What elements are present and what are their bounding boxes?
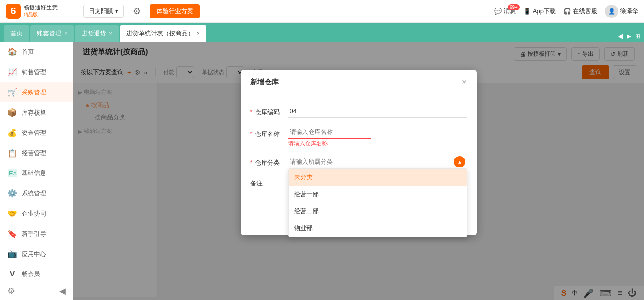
sidebar-item-finance[interactable]: 💰 资金管理 (0, 123, 73, 143)
category-label: * 仓库分类 (250, 155, 288, 167)
tab-purchase-stats-close[interactable]: × (197, 30, 200, 37)
required-marker3: * (250, 159, 253, 166)
sidebar-item-member[interactable]: V 畅会员 (0, 264, 73, 284)
avatar: 👤 (605, 5, 618, 18)
sales-icon: 📈 (8, 67, 17, 76)
collapse-icon[interactable]: ◀ (59, 286, 66, 296)
modal-dialog: 新增仓库 × * 仓库编码 (241, 70, 477, 235)
guide-icon: 🔖 (8, 229, 17, 238)
purchase-icon: 🛒 (8, 88, 17, 97)
sidebar-item-operations-label: 经营管理 (22, 149, 46, 158)
messages-badge: 99+ (508, 4, 520, 10)
sidebar-item-finance-label: 资金管理 (22, 129, 46, 137)
form-row-category: * 仓库分类 ▴ 未分类 经营一部 经营二部 物业部 (250, 155, 467, 168)
tab-purchase-stats-label: 进货单统计表（按商品） (126, 29, 194, 38)
sidebar-footer: ⚙ ◀ (0, 282, 73, 300)
basic-info-icon: Ea (8, 169, 17, 177)
content-area: 进货单统计(按商品) 🖨 按模板打印 ▾ ↑ 导出 ↺ 刷新 (73, 42, 644, 300)
settings-icon[interactable]: ⚙ (129, 4, 144, 19)
sidebar: 🏠 首页 📈 销售管理 🛒 采购管理 📦 库存核算 💰 资金管理 📋 经营管理 … (0, 42, 73, 300)
form-row-code: * 仓库编码 (250, 105, 467, 118)
logo-sub: 精品版 (24, 11, 58, 18)
tab-purchase-stats[interactable]: 进货单统计表（按商品） × (120, 25, 206, 42)
sidebar-item-member-label: 畅会员 (22, 270, 40, 278)
name-input[interactable] (288, 125, 371, 139)
sidebar-item-inventory[interactable]: 📦 库存核算 (0, 102, 73, 123)
tabbar: 首页 账套管理 × 进货退货 × 进货单统计表（按商品） × ◀ ▶ ⊞ (0, 23, 644, 42)
sidebar-item-system[interactable]: ⚙️ 系统管理 (0, 183, 73, 203)
dropdown-item-dept2[interactable]: 经营二部 (289, 203, 467, 220)
sidebar-item-basic-info-label: 基础信息 (22, 169, 46, 177)
apps-icon: 📺 (8, 250, 17, 258)
modal-title: 新增仓库 (250, 78, 279, 87)
modal-close-button[interactable]: × (462, 77, 467, 87)
store-selector[interactable]: 日太阳膜 ▾ (83, 5, 124, 18)
sidebar-item-apps[interactable]: 📺 应用中心 (0, 244, 73, 264)
sidebar-item-guide[interactable]: 🔖 新手引导 (0, 224, 73, 244)
modal-body: * 仓库编码 * 仓库名称 (241, 95, 477, 206)
trial-button[interactable]: 体验行业方案 (150, 4, 200, 18)
tab-account[interactable]: 账套管理 × (30, 25, 74, 42)
logo-area: 6 畅捷通好生意 精品版 (6, 4, 79, 19)
tab-next-icon[interactable]: ▶ (627, 33, 631, 40)
category-input[interactable] (288, 155, 467, 168)
messages-item[interactable]: 💬 消息 99+ (494, 7, 516, 16)
required-marker2: * (250, 130, 253, 137)
tab-account-close[interactable]: × (64, 30, 67, 37)
name-error-message: 请输入仓库名称 (288, 140, 467, 148)
sidebar-item-sales-label: 销售管理 (22, 68, 46, 76)
sidebar-item-home[interactable]: 🏠 首页 (0, 42, 73, 62)
dropdown-item-unclassified[interactable]: 未分类 (289, 169, 467, 186)
user-item[interactable]: 👤 徐泽华 (605, 5, 638, 18)
sidebar-item-basic-info[interactable]: Ea 基础信息 (0, 163, 73, 183)
tab-purchase-return-label: 进货退货 (82, 29, 106, 38)
app-download-item[interactable]: 📱 App下载 (523, 7, 556, 16)
sidebar-item-apps-label: 应用中心 (22, 250, 46, 258)
sidebar-item-enterprise[interactable]: 🤝 企业协同 (0, 203, 73, 224)
tab-expand-icon[interactable]: ⊞ (635, 33, 640, 40)
dropdown-arrow-icon[interactable]: ▴ (454, 156, 465, 167)
category-dropdown-list: 未分类 经营一部 经营二部 物业部 (288, 168, 467, 237)
sidebar-item-inventory-label: 库存核算 (22, 108, 46, 117)
logo-icon: 6 (6, 4, 21, 19)
tab-home[interactable]: 首页 (4, 25, 29, 42)
name-label-text: 仓库名称 (255, 130, 280, 137)
online-service-item[interactable]: 🎧 在线客服 (563, 7, 597, 16)
tab-prev-icon[interactable]: ◀ (618, 33, 623, 40)
settings-bottom-icon[interactable]: ⚙ (8, 286, 15, 296)
inventory-icon: 📦 (8, 108, 17, 117)
main-layout: 🏠 首页 📈 销售管理 🛒 采购管理 📦 库存核算 💰 资金管理 📋 经营管理 … (0, 42, 644, 300)
dropdown-item-dept3[interactable]: 物业部 (289, 220, 467, 237)
message-icon: 💬 (494, 8, 502, 15)
finance-icon: 💰 (8, 128, 17, 137)
logo-name: 畅捷通好生意 (24, 4, 58, 12)
modal-overlay[interactable]: 新增仓库 × * 仓库编码 (73, 42, 644, 300)
sidebar-item-home-label: 首页 (22, 48, 34, 56)
online-service-label: 在线客服 (573, 7, 597, 16)
tab-purchase-return[interactable]: 进货退货 × (75, 25, 119, 42)
enterprise-icon: 🤝 (8, 209, 17, 218)
note-label: 备注 (250, 176, 288, 188)
tab-home-label: 首页 (10, 29, 23, 38)
operations-icon: 📋 (8, 149, 17, 158)
sidebar-item-guide-label: 新手引导 (22, 230, 46, 238)
sidebar-item-sales[interactable]: 📈 销售管理 (0, 62, 73, 82)
topbar: 6 畅捷通好生意 精品版 日太阳膜 ▾ ⚙ 体验行业方案 💬 消息 99+ 📱 … (0, 0, 644, 23)
system-icon: ⚙️ (8, 189, 17, 198)
phone-icon: 📱 (523, 8, 531, 15)
sidebar-item-purchase[interactable]: 🛒 采购管理 (0, 82, 73, 102)
tab-account-label: 账套管理 (37, 29, 61, 38)
headset-icon: 🎧 (563, 8, 571, 15)
modal-header: 新增仓库 × (241, 70, 477, 95)
category-label-text: 仓库分类 (255, 159, 280, 166)
app-download-label: App下载 (533, 7, 556, 16)
member-icon: V (8, 270, 17, 278)
code-input[interactable] (288, 105, 467, 118)
form-row-name: * 仓库名称 请输入仓库名称 (250, 125, 467, 148)
sidebar-item-operations[interactable]: 📋 经营管理 (0, 143, 73, 163)
topbar-center: 日太阳膜 ▾ ⚙ 体验行业方案 (79, 4, 494, 19)
tab-purchase-return-close[interactable]: × (109, 30, 112, 37)
topbar-right: 💬 消息 99+ 📱 App下载 🎧 在线客服 👤 徐泽华 (494, 5, 638, 18)
sidebar-item-enterprise-label: 企业协同 (22, 209, 46, 218)
dropdown-item-dept1[interactable]: 经营一部 (289, 186, 467, 203)
